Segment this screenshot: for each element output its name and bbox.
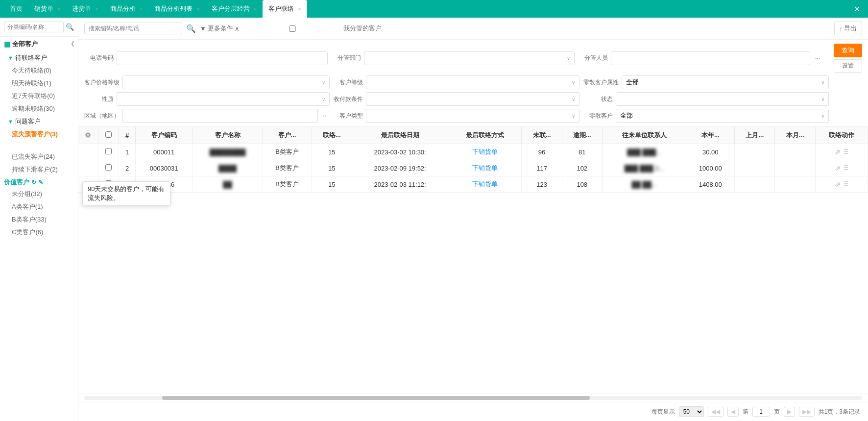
customer-type-select[interactable]: ∨ (366, 109, 579, 123)
sidebar-item-ungrouped[interactable]: 未分组(32) (0, 188, 78, 200)
page-input[interactable] (752, 407, 770, 417)
close-icon[interactable]: × (196, 0, 199, 18)
window-close-button[interactable]: ✕ (850, 4, 864, 14)
close-icon[interactable]: × (254, 0, 257, 18)
search-button[interactable]: 🔍 (186, 24, 196, 33)
link-icon[interactable]: ⇗ (835, 180, 841, 188)
sidebar-search-input[interactable] (4, 22, 64, 32)
per-page-select[interactable]: 50 100 200 (679, 406, 704, 417)
grid-action-icon[interactable]: ⠿ (844, 180, 848, 188)
region-more-button[interactable]: ··· (321, 112, 330, 119)
sidebar-category-problem[interactable]: ▼ 问题客户 (0, 115, 78, 128)
settings-icon[interactable]: ⚙ (85, 131, 91, 139)
close-icon[interactable]: × (140, 0, 143, 18)
link-icon[interactable]: ⇗ (835, 164, 841, 172)
scrollbar-thumb[interactable] (162, 396, 590, 400)
th-last-month: 上月... (735, 127, 775, 144)
region-select[interactable] (122, 109, 318, 123)
filter-more-button[interactable]: ▼ 更多条件 ∧ (200, 24, 240, 33)
chevron-down-icon: ∨ (572, 97, 575, 102)
select-all-checkbox[interactable] (105, 131, 112, 138)
filter-status: 状态 ∨ (583, 92, 829, 106)
search-input[interactable] (84, 23, 182, 34)
my-customer-checkbox-label[interactable]: 我分管的客户 (243, 24, 382, 33)
row-this-year-1: 1000.00 (686, 160, 735, 176)
payment-select[interactable]: ∨ (366, 92, 579, 106)
row-last-method-0[interactable]: 下销货单 (448, 144, 522, 160)
collapse-icon[interactable]: 《 (68, 40, 74, 49)
row-checkbox[interactable] (105, 148, 112, 154)
refresh-icon[interactable]: ↻ (31, 179, 36, 186)
export-button[interactable]: ↑ 导出 (834, 22, 863, 35)
tab-customer-link[interactable]: 客户联络 × (263, 0, 307, 18)
row-actions-0: ⇗ ⠿ (815, 144, 868, 160)
chevron-down-icon: ∨ (821, 113, 824, 119)
sidebar-all-customers[interactable]: ▦ 全部客户 《 (0, 37, 78, 51)
settings-button[interactable]: 设置 (834, 59, 862, 73)
query-button[interactable]: 查询 (834, 44, 862, 57)
row-last-month-1 (735, 160, 775, 176)
tab-purchase[interactable]: 进货单 × (66, 0, 104, 18)
row-last-method-1[interactable]: 下销货单 (448, 160, 522, 176)
tab-home[interactable]: 首页 (4, 0, 28, 18)
grid-action-icon[interactable]: ⠿ (844, 164, 848, 172)
last-method-link: 下销货单 (472, 164, 498, 172)
sidebar-item-churn-warning[interactable]: 流失预警客户(3) (0, 128, 78, 141)
sidebar-item-b-class[interactable]: B类客户(33) (0, 213, 78, 226)
tab-analysis-list[interactable]: 商品分析列表 × (148, 0, 205, 18)
close-icon[interactable]: × (298, 0, 301, 18)
tab-customer-tier[interactable]: 客户分层经营 × (206, 0, 263, 18)
grid-action-icon[interactable]: ⠿ (844, 148, 848, 156)
th-num: # (119, 127, 135, 144)
last-page-button[interactable]: ▶▶ (799, 407, 815, 417)
sidebar-item-tomorrow[interactable]: 明天待联络(1) (0, 77, 78, 90)
content-area: 🔍 ▼ 更多条件 ∧ 我分管的客户 ↑ 导出 电话号码 (78, 18, 868, 421)
filter-manager: 分管人员 ··· (579, 51, 822, 65)
sidebar-item-c-class[interactable]: C类客户(6) (0, 226, 78, 239)
first-page-button[interactable]: ◀◀ (708, 407, 723, 417)
sidebar-item-churned[interactable]: 已流失客户(24) (0, 150, 78, 163)
status-label: 状态 (583, 95, 613, 103)
prev-page-button[interactable]: ◀ (727, 407, 739, 417)
row-unit-1: ███ ███ 3... (602, 160, 686, 176)
row-settings-0 (78, 144, 98, 160)
close-icon[interactable]: × (57, 0, 60, 18)
filter-dept: 分管部门 ∨ (332, 51, 575, 65)
sidebar-item-declining[interactable]: 持续下滑客户(2) (0, 163, 78, 176)
horizontal-scrollbar[interactable] (78, 394, 868, 402)
phone-input[interactable] (117, 51, 328, 65)
close-icon[interactable]: × (95, 0, 98, 18)
page-word-label: 页 (774, 408, 780, 416)
sidebar-item-today[interactable]: 今天待联络(0) (0, 64, 78, 77)
dept-select[interactable]: ∨ (364, 51, 575, 65)
sidebar-item-7days[interactable]: 近7天待联络(0) (0, 90, 78, 102)
manager-more-button[interactable]: ··· (813, 55, 822, 62)
arrow-icon: ▼ (8, 55, 13, 61)
th-settings[interactable]: ⚙ (78, 127, 98, 144)
sidebar-item-a-class[interactable]: A类客户(1) (0, 200, 78, 213)
row-this-month-1 (775, 160, 815, 176)
gender-select[interactable]: ∨ (117, 92, 330, 106)
filter-region: 区域（地区） ··· (84, 109, 330, 123)
zero-customer-select[interactable]: 全部 ∨ (616, 109, 829, 123)
sidebar-category-pending[interactable]: ▼ 待联络客户 (0, 51, 78, 64)
tab-sales[interactable]: 销货单 × (28, 0, 66, 18)
next-page-button[interactable]: ▶ (784, 407, 795, 417)
row-this-year-2: 1408.00 (686, 176, 735, 193)
edit-icon[interactable]: ✎ (38, 179, 43, 186)
phone-label: 电话号码 (84, 54, 114, 62)
link-icon[interactable]: ⇗ (835, 148, 841, 156)
row-contact-2: 15 (312, 176, 352, 193)
tab-analysis[interactable]: 商品分析 × (104, 0, 148, 18)
sidebar-item-overdue[interactable]: 逾期未联络(30) (0, 102, 78, 115)
status-select[interactable]: ∨ (616, 92, 829, 106)
row-checkbox[interactable] (105, 164, 112, 171)
customer-grade-select[interactable]: ∨ (366, 75, 579, 89)
my-customer-checkbox[interactable] (243, 25, 341, 32)
row-last-method-2[interactable]: 下销货单 (448, 176, 522, 193)
zero-attr-select[interactable]: 全部 ∨ (622, 75, 829, 89)
row-last-date-0: 2023-03-02 10:30: (352, 144, 448, 160)
manager-select[interactable] (611, 51, 810, 65)
table-wrapper: ⚙ # 客户编码 客户名称 客户... 联络... 最后联络日期 最后联络方式 … (78, 127, 868, 394)
price-grade-select[interactable]: ∨ (122, 75, 330, 89)
